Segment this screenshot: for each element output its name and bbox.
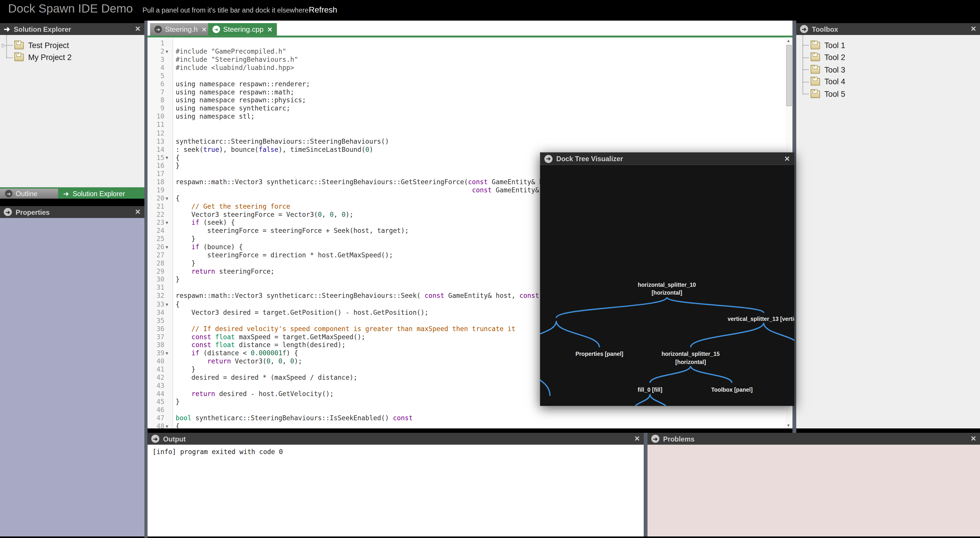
tree-item[interactable]: Tool 5 xyxy=(796,88,980,100)
code-text: } xyxy=(176,365,196,373)
line-number: 14 xyxy=(148,145,164,153)
code-text: } xyxy=(176,276,180,284)
problems-header[interactable]: ➜ Problems ✕ xyxy=(648,433,980,445)
tree-item-label: Tool 5 xyxy=(824,90,845,98)
dock-tree-node-label: Properties [panel] xyxy=(576,350,623,359)
tab-solution-explorer[interactable]: ➜ Solution Explorer xyxy=(58,189,145,198)
line-number: 8 xyxy=(148,97,164,105)
tree-connector xyxy=(803,69,809,70)
tree-item-label: Test Project xyxy=(28,41,69,50)
code-text: steeringForce = direction * host.GetMaxS… xyxy=(176,251,393,259)
scrollbar-thumb[interactable] xyxy=(786,45,792,106)
code-line: 9using namespace syntheticarc; xyxy=(148,105,792,113)
code-line: 2▼#include "GamePrecompiled.h" xyxy=(148,48,792,56)
tab-steering-h[interactable]: ➜ Steering.h ✕ xyxy=(150,23,211,36)
close-icon[interactable]: ✕ xyxy=(135,25,141,33)
line-number: 15 xyxy=(148,153,164,162)
close-icon[interactable]: ✕ xyxy=(784,154,790,163)
fold-marker-icon[interactable]: ▼ xyxy=(165,301,168,309)
fold-marker-icon[interactable]: ▼ xyxy=(165,48,168,56)
fold-marker-icon[interactable]: ▼ xyxy=(165,423,168,428)
dock-tree-node-label: horizontal_splitter_10[horizontal] xyxy=(638,281,696,297)
solution-explorer-header[interactable]: ➜ Solution Explorer ✕ xyxy=(0,23,145,35)
toolbox-title: Toolbox xyxy=(812,25,838,33)
code-text: } xyxy=(176,235,196,243)
line-number: 13 xyxy=(148,137,164,145)
output-text: [info] program exited with code 0 xyxy=(153,448,283,455)
tree-connector xyxy=(7,45,13,46)
line-number: 31 xyxy=(148,284,164,292)
toolbox-header[interactable]: ➜ Toolbox ✕ xyxy=(796,23,980,35)
tree-item-label: Tool 3 xyxy=(824,65,845,74)
tree-item-label: Tool 4 xyxy=(824,78,845,86)
tree-item[interactable]: Tool 1 xyxy=(796,39,980,52)
folder-icon xyxy=(811,66,820,74)
line-number: 5 xyxy=(148,72,164,80)
code-line: 5 xyxy=(148,72,792,80)
tree-item[interactable]: Tool 4 xyxy=(796,76,980,88)
code-line: 10using namespace stl; xyxy=(148,113,792,121)
expander-icon[interactable]: ▷ xyxy=(2,43,6,48)
tree-item[interactable]: Tool 2 xyxy=(796,52,980,64)
fold-marker-icon[interactable]: ▼ xyxy=(165,219,168,227)
code-text: if (distance < 0.000001f) { xyxy=(176,349,298,357)
refresh-button[interactable]: Refresh xyxy=(309,5,337,14)
folder-icon xyxy=(811,78,820,86)
problems-panel xyxy=(648,445,980,536)
app-title: Dock Spawn IDE Demo xyxy=(8,2,133,16)
line-number: 21 xyxy=(148,202,164,210)
code-text: const float maxSpeed = target.GetMaxSpee… xyxy=(176,333,365,341)
tree-item[interactable]: My Project 2 xyxy=(0,52,145,64)
line-number: 19 xyxy=(148,186,164,194)
close-icon[interactable]: ✕ xyxy=(635,435,640,443)
properties-title: Properties xyxy=(16,208,50,216)
close-icon[interactable]: ✕ xyxy=(267,26,272,33)
code-line: 4#include <luabind/luabind.hpp> xyxy=(148,64,792,72)
scroll-down-icon[interactable]: ▼ xyxy=(786,424,791,427)
line-number: 4 xyxy=(148,64,164,72)
fold-marker-icon[interactable]: ▼ xyxy=(165,350,168,358)
line-number: 1 xyxy=(148,39,164,48)
line-number: 45 xyxy=(148,398,164,406)
code-text: return desired - host.GetVelocity(); xyxy=(176,390,334,398)
code-text: // Get the steering force xyxy=(176,202,290,210)
close-icon[interactable]: ✕ xyxy=(970,25,976,33)
properties-header[interactable]: ➜ Properties ✕ xyxy=(0,206,145,218)
code-line: 8using namespace respawn::physics; xyxy=(148,97,792,105)
vertical-splitter[interactable] xyxy=(644,433,648,536)
line-number: 11 xyxy=(148,121,164,129)
tree-item-label: My Project 2 xyxy=(28,53,72,62)
close-icon[interactable]: ✕ xyxy=(135,208,141,216)
arrow-icon: ➜ xyxy=(63,189,69,198)
top-bar: Dock Spawn IDE Demo Pull a panel out fro… xyxy=(0,0,980,21)
output-header[interactable]: ➜ Output ✕ xyxy=(148,433,644,445)
line-number: 32 xyxy=(148,292,164,300)
close-icon[interactable]: ✕ xyxy=(970,435,976,443)
tab-steering-cpp[interactable]: ➜ Steering.cpp ✕ xyxy=(208,23,277,36)
solution-explorer-title: Solution Explorer xyxy=(14,25,71,33)
code-text: Vector3 desired = target.GetPosition() -… xyxy=(176,308,428,316)
line-number: 16 xyxy=(148,162,164,170)
tree-item[interactable]: Tool 3 xyxy=(796,64,980,76)
line-number: 41 xyxy=(148,365,164,373)
fold-marker-icon[interactable]: ▼ xyxy=(165,154,168,162)
line-number: 23 xyxy=(148,219,164,227)
tree-item[interactable]: ▷Test Project xyxy=(0,39,145,52)
close-icon[interactable]: ✕ xyxy=(202,26,207,33)
code-text: return Vector3(0, 0, 0); xyxy=(176,357,302,365)
vertical-splitter[interactable] xyxy=(145,21,148,538)
line-number: 40 xyxy=(148,357,164,365)
code-text: : seek(true), bounce(false), timeSinceLa… xyxy=(176,145,373,153)
dialog-titlebar[interactable]: ➜ Dock Tree Visualizer ✕ xyxy=(540,152,794,165)
circle-arrow-icon: ➜ xyxy=(651,435,659,443)
scroll-up-icon[interactable]: ▲ xyxy=(786,39,791,43)
fold-marker-icon[interactable]: ▼ xyxy=(165,244,168,252)
line-number: 34 xyxy=(148,308,164,316)
code-line: 6using namespace respawn::renderer; xyxy=(148,80,792,88)
line-number: 39 xyxy=(148,349,164,357)
line-number: 20 xyxy=(148,194,164,202)
code-text: #include "SteeringBehaviours.h" xyxy=(176,56,298,64)
fold-marker-icon[interactable]: ▼ xyxy=(165,195,168,203)
tab-outline[interactable]: ➜ Outline xyxy=(0,189,58,198)
line-number: 3 xyxy=(148,56,164,64)
